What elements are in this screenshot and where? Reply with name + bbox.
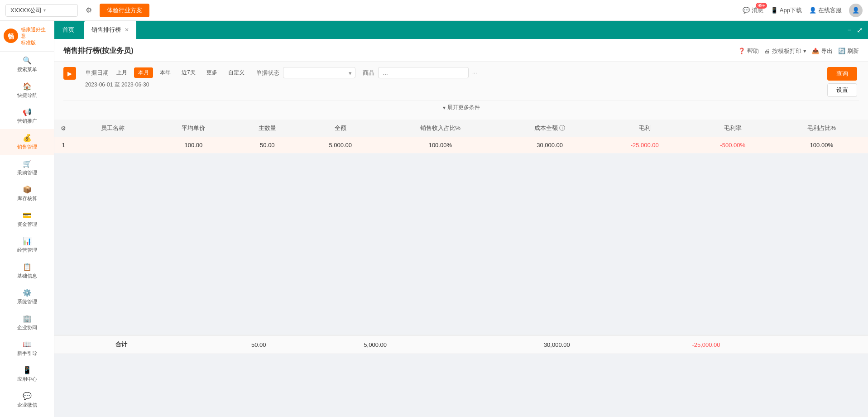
- company-selector[interactable]: XXXXX公司 ▾: [5, 4, 78, 17]
- sidebar-item-wechat[interactable]: 💬 企业微信: [0, 387, 54, 413]
- sales-rank-table: ⚙ 员工名称 平均单价 主数量 全额 销售收入占比% 成本全额 ⓘ 毛利 毛利率: [54, 120, 868, 153]
- service-icon: 👤: [809, 7, 816, 14]
- sidebar-item-marketing[interactable]: 📢 营销推广: [0, 103, 54, 129]
- th-avg-price: 平均单价: [153, 120, 234, 137]
- filter-main-row: ▶ 单据日期 上月 本月 本年: [63, 67, 859, 97]
- total-label: 合计: [77, 336, 166, 354]
- sidebar-item-operations[interactable]: 📊 经营管理: [0, 232, 54, 258]
- total-row: 合计 50.00 5,000.00 30,000.00 -25,000.00: [54, 336, 868, 354]
- refresh-button[interactable]: 🔄 刷新: [838, 47, 859, 55]
- total-gross-profit: -25,000.00: [629, 336, 782, 354]
- sidebar-item-purchase[interactable]: 🛒 采购管理: [0, 155, 54, 181]
- sidebar-item-label: 快捷导航: [17, 92, 37, 99]
- td-gross-rate: -500.00%: [691, 137, 775, 153]
- date-opt-this-month[interactable]: 本月: [134, 67, 153, 78]
- expand-btn[interactable]: ▾ 展开更多条件: [443, 104, 480, 111]
- user-avatar[interactable]: 👤: [849, 4, 863, 17]
- sidebar-item-search-order[interactable]: 🔍 搜索菜单: [0, 52, 54, 77]
- goods-filter-group: 商品 ···: [363, 67, 477, 78]
- tab-actions: － ⤢: [846, 25, 868, 35]
- tab-label: 销售排行榜: [91, 26, 121, 34]
- expand-icon: ▾: [443, 105, 446, 111]
- export-button[interactable]: 📤 导出: [812, 47, 833, 55]
- enterprise-icon: 🏢: [23, 314, 32, 323]
- print-template-button[interactable]: 🖨 按模板打印 ▾: [764, 47, 806, 55]
- sidebar-item-guide[interactable]: 📖 新手引导: [0, 336, 54, 361]
- sidebar-item-basic-info[interactable]: 📋 基础信息: [0, 258, 54, 284]
- sidebar-item-member[interactable]: 👑 畅会员: [0, 413, 54, 417]
- main-content: 销售排行榜(按业务员) ❓ 帮助 🖨 按模板打印 ▾: [54, 39, 868, 417]
- tab-home[interactable]: 首页: [54, 21, 82, 39]
- total-section: 合计 50.00 5,000.00 30,000.00 -25,000.00: [54, 335, 868, 354]
- goods-input[interactable]: [378, 67, 469, 78]
- sidebar-item-finance[interactable]: 💳 资金管理: [0, 206, 54, 232]
- sidebar-item-label: 采购管理: [17, 169, 37, 176]
- help-label: 帮助: [747, 47, 759, 55]
- sidebar-item-label: 企业协同: [17, 324, 37, 331]
- settings-icon-btn[interactable]: ⚙: [82, 3, 96, 18]
- trial-button[interactable]: 体验行业方案: [100, 4, 149, 17]
- message-icon: 💬: [743, 7, 750, 14]
- total-gross-rate: [783, 336, 825, 354]
- quick-nav-icon: 🏠: [23, 82, 32, 91]
- tab-maximize-btn[interactable]: ⤢: [857, 26, 863, 34]
- status-filter-group: 单据状态: [256, 67, 355, 78]
- guide-icon: 📖: [23, 340, 32, 349]
- date-opt-last-month[interactable]: 上月: [112, 67, 131, 78]
- sidebar-item-inventory[interactable]: 📦 库存核算: [0, 181, 54, 206]
- sidebar-item-enterprise[interactable]: 🏢 企业协同: [0, 310, 54, 336]
- date-opt-more[interactable]: 更多: [202, 67, 221, 78]
- date-range-display: 2023-06-01 至 2023-06-30: [85, 81, 818, 89]
- table-container: ⚙ 员工名称 平均单价 主数量 全额 销售收入占比% 成本全额 ⓘ 毛利 毛利率: [54, 120, 868, 153]
- date-opt-this-year[interactable]: 本年: [156, 67, 175, 78]
- app-download-button[interactable]: 📱 App下载: [771, 6, 802, 14]
- settings-button[interactable]: 设置: [827, 83, 857, 97]
- sidebar-item-label: 资金管理: [17, 221, 37, 228]
- message-button[interactable]: 💬 消息 99+: [743, 6, 763, 14]
- filter-toggle-btn[interactable]: ▶: [63, 67, 76, 80]
- table-header-row: ⚙ 员工名称 平均单价 主数量 全额 销售收入占比% 成本全额 ⓘ 毛利 毛利率: [54, 120, 868, 137]
- tab-sales-rank[interactable]: 销售排行榜 ✕: [84, 21, 136, 39]
- export-icon: 📤: [812, 48, 819, 54]
- tab-close-icon[interactable]: ✕: [125, 27, 129, 33]
- sidebar-item-app-center[interactable]: 📱 应用中心: [0, 361, 54, 387]
- sidebar-item-quick-nav[interactable]: 🏠 快捷导航: [0, 77, 54, 103]
- date-opt-custom[interactable]: 自定义: [224, 67, 249, 78]
- sidebar-item-label: 经营管理: [17, 247, 37, 254]
- content-spacer: [54, 153, 868, 335]
- company-name: XXXXX公司: [10, 6, 42, 14]
- main-area: 畅 畅康通好生意 标准版 🔍 搜索菜单 🏠 快捷导航 📢 营销推广: [0, 21, 868, 417]
- total-settings-col: [54, 336, 77, 354]
- tab-bar: 首页 销售排行榜 ✕ － ⤢: [54, 21, 868, 39]
- th-gross-profit: 毛利: [599, 120, 691, 137]
- th-sales-pct: 销售收入占比%: [380, 120, 500, 137]
- date-options: 上月 本月 本年 近7天 更多 自定义: [112, 67, 249, 78]
- query-button[interactable]: 查询: [827, 67, 857, 81]
- status-filter-label: 单据状态: [256, 69, 279, 77]
- th-main-qty: 主数量: [234, 120, 301, 137]
- sidebar-item-sales[interactable]: 💰 销售管理: [0, 129, 54, 155]
- sidebar-item-system[interactable]: ⚙️ 系统管理: [0, 284, 54, 310]
- wechat-icon: 💬: [23, 392, 32, 400]
- total-cost-amount: 30,000.00: [484, 336, 629, 354]
- online-service-button[interactable]: 👤 在线客服: [809, 6, 842, 14]
- page-title: 销售排行榜(按业务员): [63, 46, 134, 56]
- sidebar-item-label: 基础信息: [17, 273, 37, 279]
- logo-icon: 畅: [4, 29, 18, 43]
- app-wrapper: XXXXX公司 ▾ ⚙ 体验行业方案 💬 消息 99+ 📱 App下载 👤 在线…: [0, 0, 868, 417]
- tab-minimize-btn[interactable]: －: [846, 25, 853, 35]
- total-avg-price: [166, 336, 208, 354]
- goods-more-btn[interactable]: ···: [472, 69, 477, 76]
- help-button[interactable]: ❓ 帮助: [738, 47, 759, 55]
- page-container: 销售排行榜(按业务员) ❓ 帮助 🖨 按模板打印 ▾: [54, 39, 868, 153]
- filter-row-main: 单据日期 上月 本月 本年 近7天 更多 自定义: [85, 67, 818, 78]
- total-amount: 5,000.00: [309, 336, 441, 354]
- status-select[interactable]: [283, 67, 355, 78]
- td-sales-pct: 100.00%: [380, 137, 500, 153]
- app-download-label: App下载: [780, 6, 802, 14]
- system-icon: ⚙️: [23, 288, 32, 297]
- td-rank: 1: [54, 137, 72, 153]
- total-table: 合计 50.00 5,000.00 30,000.00 -25,000.00: [54, 335, 868, 354]
- date-opt-7days[interactable]: 近7天: [177, 67, 200, 78]
- svg-text:畅: 畅: [8, 33, 14, 40]
